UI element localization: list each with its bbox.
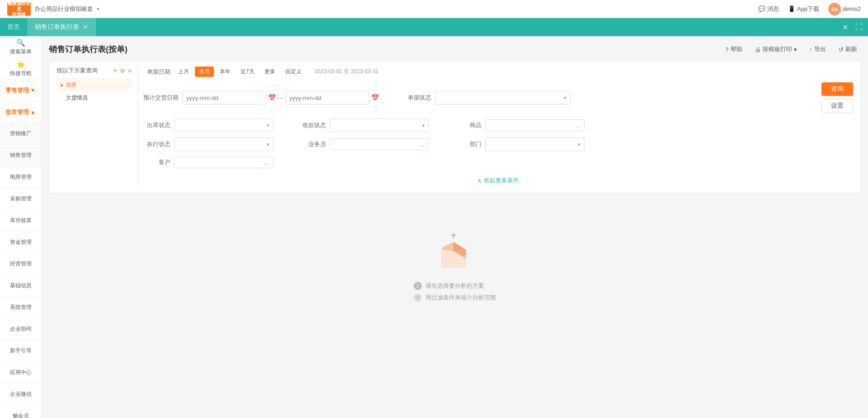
- execution-field: 执行状态 ▾: [143, 138, 274, 151]
- date-field: 单据日期 上月 本月 本年 近7天 更多 自定义: [143, 66, 306, 77]
- print-icon: 🖨: [755, 46, 761, 53]
- query-button[interactable]: 查询: [821, 82, 853, 96]
- retail-expand-icon: ▼: [30, 87, 36, 94]
- date-range-picker: 📅 — 📅: [182, 91, 379, 104]
- customer-more-icon[interactable]: ...: [264, 159, 269, 166]
- execution-chevron-icon: ▾: [267, 142, 269, 147]
- sidebar-item-quicknav[interactable]: ⭐ 快捷导航: [0, 58, 41, 80]
- sidebar-item-basic[interactable]: 基础信息: [0, 275, 41, 297]
- page-title: 销售订单执行表(按单): [49, 44, 127, 55]
- quick-date-this-month[interactable]: 本月: [195, 66, 214, 77]
- app-download-button[interactable]: 📱 App下载: [788, 5, 819, 13]
- header-actions: ? 帮助 🖨 按模板打印 ▾ ↑ 导出 ↺ 刷新: [722, 43, 861, 55]
- tab-home[interactable]: 首页: [0, 18, 28, 36]
- sidebar-item-search[interactable]: 🔍 搜索菜单: [0, 36, 41, 58]
- app-dropdown[interactable]: ▾: [97, 6, 99, 12]
- filter-row-4: 客户 ...: [143, 157, 853, 168]
- sidebar-item-member[interactable]: 畅会员: [0, 405, 41, 418]
- sidebar-item-system[interactable]: 系统管理: [0, 297, 41, 318]
- filter-row-1b: 预计交货日期 📅 — 📅 单据状态 ▾: [143, 82, 853, 113]
- filter-sidebar: 按以下方案查询 + ⚙ « ● 按单 ○ 欠货情况: [57, 66, 138, 187]
- expected-date-field: 预计交货日期 📅 — 📅: [143, 91, 379, 104]
- print-dropdown-icon[interactable]: ▾: [794, 46, 797, 53]
- sidebar-item-enterprise[interactable]: 企业协同: [0, 318, 41, 340]
- salesman-more-icon[interactable]: ...: [420, 141, 425, 148]
- sidebar-item-sales[interactable]: 销售管理: [0, 145, 41, 166]
- filter-item-backorder[interactable]: ○ 欠货情况: [57, 91, 132, 104]
- filter-sidebar-title: 按以下方案查询 + ⚙ «: [57, 66, 132, 75]
- filter-add-icon[interactable]: +: [113, 66, 117, 75]
- message-button[interactable]: 💬 消息: [758, 5, 779, 13]
- goods-more-icon[interactable]: ...: [575, 122, 580, 129]
- quick-date-7days[interactable]: 近7天: [236, 66, 259, 77]
- date-end-input[interactable]: [285, 91, 369, 104]
- date-start-input[interactable]: [182, 91, 266, 104]
- sidebar-item-finance[interactable]: 资金管理: [0, 232, 41, 253]
- print-button[interactable]: 🖨 按模板打印 ▾: [751, 43, 801, 55]
- sidebar-item-operations[interactable]: 经营管理: [0, 253, 41, 275]
- outbound-select[interactable]: ▾: [174, 119, 274, 132]
- star-icon: ⭐: [16, 60, 25, 69]
- sidebar-item-corpwechat[interactable]: 企业微信: [0, 384, 41, 405]
- goods-label: 商品: [454, 121, 481, 129]
- outbound-field: 出库状态 ▾: [143, 119, 274, 132]
- tab-bar: 首页 销售订单执行表 ✕ ✕ ⛶: [0, 18, 868, 36]
- tab-close-icon[interactable]: ✕: [83, 24, 88, 31]
- quick-date-this-year[interactable]: 本年: [216, 66, 235, 77]
- search-icon: 🔍: [16, 38, 25, 47]
- status-label: 单据状态: [404, 94, 431, 102]
- filter-collapse-icon[interactable]: «: [128, 66, 132, 75]
- expected-date-label: 预计交货日期: [143, 94, 179, 102]
- sidebar-item-newbie[interactable]: 新手引导: [0, 340, 41, 362]
- sidebar-item-inventory[interactable]: 库存核算: [0, 210, 41, 232]
- dept-select[interactable]: ▾: [485, 138, 585, 151]
- date-label: 单据日期: [143, 68, 170, 76]
- search-panel: 按以下方案查询 + ⚙ « ● 按单 ○ 欠货情况: [49, 61, 861, 193]
- receipt-select[interactable]: ▾: [330, 119, 429, 132]
- main-layout: 🔍 搜索菜单 ⭐ 快捷导航 零售管理 ▼ 批发管理 ▲ 营销推广 销售管理 电商…: [0, 0, 868, 418]
- tab-sales-order[interactable]: 销售订单执行表 ✕: [28, 18, 96, 36]
- top-bar-right: 💬 消息 📱 App下载 Ea demo2: [758, 3, 861, 15]
- top-bar: 畅捷通好生意 标准版 办公用品行业模拟账套 ▾ 💬 消息 📱 App下载 Ea …: [0, 0, 868, 18]
- empty-illustration: [432, 229, 477, 275]
- tip-num-2: 2: [414, 294, 422, 302]
- sidebar-item-marketing[interactable]: 营销推广: [0, 123, 41, 145]
- calendar-end-icon[interactable]: 📅: [371, 94, 379, 101]
- avatar: Ea: [828, 3, 841, 15]
- quick-date-custom[interactable]: 自定义: [281, 66, 306, 77]
- execution-label: 执行状态: [143, 140, 170, 148]
- collapse-button[interactable]: ∧ 收起更多条件: [143, 174, 853, 187]
- empty-state: 1 请先选择要分析的方案 2 用过滤条件来缩小分析范围: [49, 193, 861, 338]
- content-area: 销售订单执行表(按单) ? 帮助 🖨 按模板打印 ▾ ↑ 导出 ↺ 刷新: [42, 36, 868, 418]
- sidebar-item-ecommerce[interactable]: 电商管理: [0, 166, 41, 188]
- salesman-label: 业务员: [299, 140, 326, 148]
- sidebar-item-wholesale[interactable]: 批发管理 ▲: [0, 101, 41, 123]
- sidebar-item-purchase[interactable]: 采购管理: [0, 188, 41, 210]
- svg-point-5: [463, 255, 466, 258]
- empty-tip-1: 1 请先选择要分析的方案: [414, 282, 496, 290]
- filter-row-3: 执行状态 ▾ 业务员 ... 部门: [143, 138, 853, 151]
- export-button[interactable]: ↑ 导出: [806, 43, 830, 55]
- filter-settings-icon[interactable]: ⚙: [120, 67, 125, 74]
- logo-text: 畅捷通好生意 标准版: [7, 1, 31, 17]
- sidebar-item-retail[interactable]: 零售管理 ▼: [0, 80, 41, 101]
- date-range-display: 2023-03-01 至 2023-03-31: [315, 68, 378, 76]
- receipt-chevron-icon: ▾: [422, 123, 425, 128]
- calendar-start-icon[interactable]: 📅: [268, 94, 276, 101]
- status-select[interactable]: ▾: [435, 91, 571, 104]
- status-field: 单据状态 ▾: [404, 91, 571, 104]
- quick-date-last-month[interactable]: 上月: [174, 66, 193, 77]
- tab-fullscreen-icon[interactable]: ⛶: [854, 21, 864, 33]
- help-button[interactable]: ? 帮助: [722, 43, 745, 55]
- filter-item-by-order[interactable]: ● 按单: [57, 78, 132, 91]
- svg-point-6: [443, 261, 444, 263]
- execution-select[interactable]: ▾: [174, 138, 274, 151]
- sidebar-item-appcenter[interactable]: 应用中心: [0, 362, 41, 384]
- app-logo[interactable]: 畅捷通好生意 标准版: [7, 2, 31, 16]
- setting-button[interactable]: 设置: [821, 99, 853, 113]
- dept-label: 部门: [454, 140, 481, 148]
- tab-close-all-icon[interactable]: ✕: [840, 21, 850, 33]
- quick-date-more[interactable]: 更多: [260, 66, 279, 77]
- refresh-button[interactable]: ↺ 刷新: [835, 43, 861, 55]
- user-profile[interactable]: Ea demo2: [828, 3, 861, 15]
